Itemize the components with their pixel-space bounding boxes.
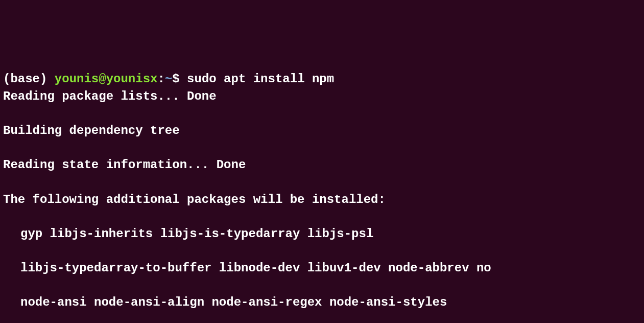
prompt-dollar: $	[172, 72, 187, 86]
output-line: Reading state information... Done	[3, 156, 641, 174]
package-line: node-ansi node-ansi-align node-ansi-rege…	[3, 294, 641, 311]
prompt-colon: :	[157, 72, 164, 86]
prompt-env: (base)	[3, 72, 55, 86]
output-line: The following additional packages will b…	[3, 191, 641, 209]
command-text: sudo apt install npm	[187, 72, 334, 86]
prompt-line: (base) younis@younisx:~$ sudo apt instal…	[3, 72, 334, 86]
package-line: libjs-typedarray-to-buffer libnode-dev l…	[3, 260, 641, 277]
package-line: gyp libjs-inherits libjs-is-typedarray l…	[3, 225, 641, 243]
prompt-path: ~	[165, 72, 172, 86]
output-line: Reading package lists... Done	[3, 88, 641, 105]
terminal-window[interactable]: (base) younis@younisx:~$ sudo apt instal…	[3, 71, 641, 323]
prompt-user-host: younis@younisx	[55, 72, 158, 86]
output-line: Building dependency tree	[3, 122, 641, 140]
